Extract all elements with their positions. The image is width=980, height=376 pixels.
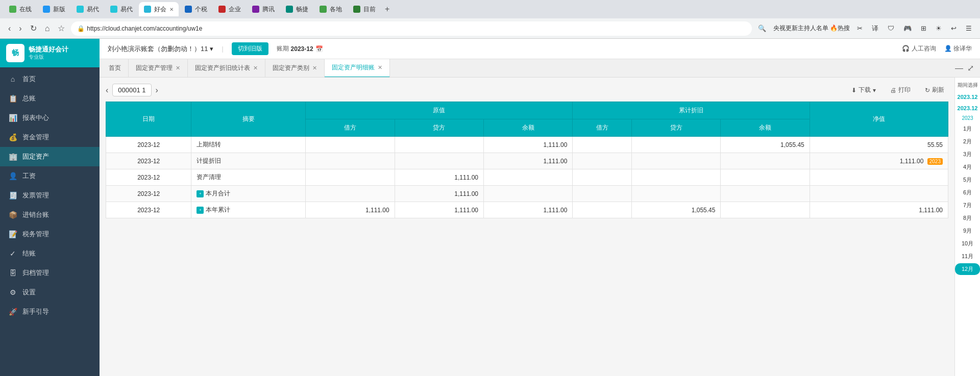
tab-fixed-detail[interactable]: 固定资产明细账 ✕ (325, 59, 390, 78)
period-selected-top[interactable]: 2023.12 (955, 92, 980, 102)
period-month-2[interactable]: 2月 (955, 136, 980, 147)
brightness-icon[interactable]: ☀ (934, 22, 944, 34)
archive-icon: 🗄 (8, 268, 17, 278)
search-icon[interactable]: 🔍 (756, 22, 768, 34)
scissors-icon[interactable]: ✂ (855, 22, 865, 34)
period-month-5[interactable]: 5月 (955, 174, 980, 186)
forward-button[interactable]: › (17, 22, 23, 35)
period-month-10[interactable]: 10月 (955, 238, 980, 249)
table-row: 2023-12 资产清理 1,111.00 (106, 169, 948, 186)
home-icon (8, 74, 17, 84)
translate-icon[interactable]: 译 (870, 22, 880, 35)
tab-home[interactable]: 首页 (102, 59, 129, 78)
sidebar-item-settle[interactable]: ✓ 结账 (0, 244, 100, 263)
undo-icon[interactable]: ↩ (949, 22, 959, 34)
refresh-button[interactable]: ↻ 刷新 (921, 84, 948, 96)
tab-fixed-mgmt[interactable]: 固定资产管理 ✕ (129, 59, 188, 78)
address-input[interactable]: 🔒 https://cloud.chanjet.com/accounting/u… (71, 21, 751, 36)
sidebar-item-settings[interactable]: ⚙ 设置 (0, 283, 100, 302)
hot-search[interactable]: 央视更新主持人名单 🔥热搜 (773, 24, 850, 33)
back-button[interactable]: ‹ (6, 22, 13, 35)
sidebar-item-guide[interactable]: 🚀 新手引导 (0, 302, 100, 321)
main-content: 刘小艳演示账套（勿删勿动！）11 ▾ | 切到旧版 账期 2023-12 📅 🎧… (100, 39, 980, 376)
top-bar: 刘小艳演示账套（勿删勿动！）11 ▾ | 切到旧版 账期 2023-12 📅 🎧… (100, 39, 980, 59)
dropdown-icon: ▾ (873, 87, 876, 94)
browser-tab-qiye[interactable]: 企业 (213, 2, 246, 16)
period-month-12[interactable]: 12月 (955, 263, 980, 275)
sidebar-item-home[interactable]: 首页 (0, 69, 100, 89)
browser-tab-online[interactable]: 在线 (4, 2, 37, 16)
calendar-icon[interactable]: 📅 (315, 45, 323, 53)
user-profile[interactable]: 👤 徐译华 (944, 44, 972, 53)
tab-window-controls: — ⤢ (955, 63, 978, 73)
maximize-tab-icon[interactable]: ⤢ (967, 63, 974, 73)
company-selector[interactable]: 刘小艳演示账套（勿删勿动！）11 ▾ (108, 44, 213, 54)
page-tabs: 首页 固定资产管理 ✕ 固定资产折旧统计表 ✕ 固定资产类别 ✕ 固定资产明细账… (100, 59, 980, 78)
grid-icon[interactable]: ⊞ (919, 22, 928, 34)
app-container: 畅 畅捷通好会计 专业版 首页 📋 总账 📊 报表中心 💰 资金管理 (0, 39, 980, 376)
new-tab-button[interactable]: + (382, 5, 393, 14)
sidebar-item-tax[interactable]: 📝 税务管理 (0, 224, 100, 244)
browser-tab-tencent[interactable]: 腾讯 (247, 2, 280, 16)
minimize-tab-icon[interactable]: — (955, 64, 963, 73)
game-icon[interactable]: 🎮 (901, 22, 914, 34)
content-area: ‹ 000001 1 › ⬇ 下载 ▾ 🖨 (100, 78, 980, 376)
year-badge: 2023 (927, 158, 943, 165)
browser-tab-gedi[interactable]: 各地 (314, 2, 347, 16)
period-month-9[interactable]: 9月 (955, 225, 980, 237)
sidebar-item-fixed[interactable]: 🏢 固定资产 (0, 147, 100, 166)
print-button[interactable]: 🖨 打印 (886, 84, 915, 96)
print-icon: 🖨 (890, 87, 896, 94)
period-month-11[interactable]: 11月 (955, 250, 980, 262)
shield-icon[interactable]: 🛡 (886, 22, 896, 34)
tab-fixed-category[interactable]: 固定资产类别 ✕ (265, 59, 325, 78)
download-button[interactable]: ⬇ 下载 ▾ (847, 84, 880, 96)
browser-tab-geshui[interactable]: 个税 (180, 2, 212, 16)
period-header: 期间选择 (957, 80, 979, 91)
col-net-value: 净值 (810, 102, 948, 137)
period-month-1[interactable]: 1月 (955, 123, 980, 135)
period-month-4[interactable]: 4月 (955, 161, 980, 173)
period-month-7[interactable]: 7月 (955, 199, 980, 211)
period-month-6[interactable]: 6月 (955, 187, 980, 198)
sidebar-item-invoice[interactable]: 🧾 发票管理 (0, 186, 100, 205)
home-button[interactable]: ⌂ (43, 22, 52, 35)
bookmark-button[interactable]: ☆ (56, 21, 67, 35)
prev-page-button[interactable]: ‹ (106, 86, 108, 95)
tab-fixed-deprec-stat[interactable]: 固定资产折旧统计表 ✕ (188, 59, 265, 78)
next-page-button[interactable]: › (156, 86, 158, 95)
tab-close-fixed-mgmt[interactable]: ✕ (176, 65, 180, 71)
browser-tab-changjie[interactable]: 畅捷 (281, 2, 313, 16)
sidebar-item-archive[interactable]: 🗄 归档管理 (0, 263, 100, 283)
consult-button[interactable]: 🎧 人工咨询 (902, 44, 936, 53)
tab-close-icon[interactable]: ✕ (169, 7, 174, 12)
browser-tab-yidai2[interactable]: 易代 (105, 2, 138, 16)
tab-close-category[interactable]: ✕ (312, 65, 317, 71)
sidebar-item-stock[interactable]: 📦 进销台账 (0, 205, 100, 224)
sidebar-item-ledger[interactable]: 📋 总账 (0, 89, 100, 108)
period-month-8[interactable]: 8月 (955, 212, 980, 224)
address-bar: ‹ › ↻ ⌂ ☆ 🔒 https://cloud.chanjet.com/ac… (0, 18, 980, 39)
sidebar-nav: 首页 📋 总账 📊 报表中心 💰 资金管理 🏢 固定资产 👤 工资 (0, 67, 100, 376)
menu-icon[interactable]: ☰ (964, 22, 974, 34)
tab-close-deprec-stat[interactable]: ✕ (253, 65, 258, 71)
tab-close-detail[interactable]: ✕ (378, 64, 382, 71)
table-row: 2023-12 上期结转 1,111.00 1,055.45 55.55 (106, 137, 948, 153)
browser-tab-muqian[interactable]: 目前 (348, 2, 381, 16)
guide-icon: 🚀 (8, 307, 17, 316)
sidebar-item-salary[interactable]: 👤 工资 (0, 166, 100, 186)
app-title: 畅捷通好会计 (29, 45, 68, 54)
ytd-icon: + (197, 207, 204, 214)
browser-tab-new[interactable]: 新版 (38, 2, 70, 16)
ledger-main: ‹ 000001 1 › ⬇ 下载 ▾ 🖨 (100, 78, 954, 376)
switch-version-button[interactable]: 切到旧版 (232, 42, 268, 55)
period-month-3[interactable]: 3月 (955, 148, 980, 160)
sidebar-item-report[interactable]: 📊 报表中心 (0, 108, 100, 128)
reload-button[interactable]: ↻ (28, 21, 39, 35)
browser-tab-haohui[interactable]: 好会 ✕ (139, 2, 179, 16)
period-selected-bottom[interactable]: 2023.12 (955, 103, 980, 113)
browser-tab-yidai1[interactable]: 易代 (71, 2, 104, 16)
sidebar-item-fund[interactable]: 💰 资金管理 (0, 128, 100, 147)
invoice-icon: 🧾 (8, 191, 17, 200)
download-icon: ⬇ (851, 87, 856, 94)
